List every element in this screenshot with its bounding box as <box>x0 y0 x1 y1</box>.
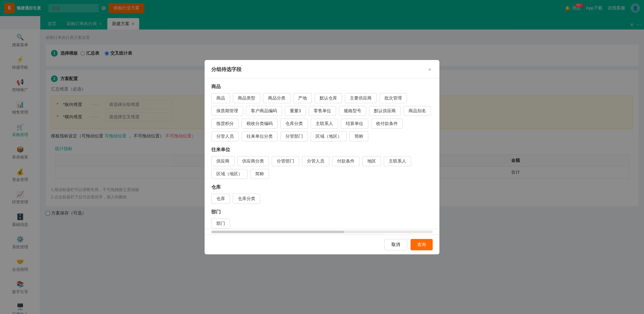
field-chip-goods-18[interactable]: 结算单位 <box>341 119 368 129</box>
field-chip-goods-17[interactable]: 主联系人 <box>311 119 338 129</box>
field-chips-counterpart: 供应商供应商分类分管部门分管人员付款条件地区主联系人区域（地区）简称 <box>211 156 433 179</box>
field-chips-warehouse: 仓库仓库分类 <box>211 194 433 204</box>
modal-overlay: 分组待选字段 × 商品商品商品类型商品分类产地默认仓库主要供应商批次管理保质期管… <box>0 0 644 314</box>
field-chip-goods-4[interactable]: 默认仓库 <box>315 93 342 103</box>
field-chip-counterpart-5[interactable]: 地区 <box>362 156 381 166</box>
field-chip-goods-23[interactable]: 区域（地区） <box>311 131 347 141</box>
modal-title: 分组待选字段 <box>211 66 241 73</box>
cancel-button[interactable]: 取消 <box>384 239 407 250</box>
field-selector-modal: 分组待选字段 × 商品商品商品类型商品分类产地默认仓库主要供应商批次管理保质期管… <box>205 60 439 254</box>
field-chip-goods-6[interactable]: 批次管理 <box>379 93 407 103</box>
modal-footer: 取消 查询 <box>205 235 439 254</box>
field-chips-goods: 商品商品类型商品分类产地默认仓库主要供应商批次管理保质期管理客户商品编码重量3零… <box>211 93 433 141</box>
field-chip-counterpart-8[interactable]: 简称 <box>250 169 269 179</box>
field-chip-goods-11[interactable]: 规格型号 <box>339 106 366 116</box>
field-chip-counterpart-7[interactable]: 区域（地区） <box>211 169 248 179</box>
field-chip-goods-24[interactable]: 简称 <box>350 131 368 141</box>
field-chip-goods-13[interactable]: 商品别名 <box>404 106 431 116</box>
modal-body[interactable]: 商品商品商品类型商品分类产地默认仓库主要供应商批次管理保质期管理客户商品编码重量… <box>205 78 439 229</box>
field-group-title-warehouse: 仓库 <box>211 184 433 190</box>
field-chip-warehouse-0[interactable]: 仓库 <box>211 194 230 204</box>
field-chips-department: 部门 <box>211 218 433 229</box>
field-chip-goods-14[interactable]: 拣货积分 <box>211 119 239 129</box>
field-chip-goods-20[interactable]: 分管人员 <box>211 131 239 141</box>
field-chip-goods-19[interactable]: 收付款条件 <box>371 119 403 129</box>
field-group-title-department: 部门 <box>211 209 433 215</box>
field-chip-counterpart-3[interactable]: 分管人员 <box>302 156 329 166</box>
field-chip-goods-9[interactable]: 重量3 <box>285 106 306 116</box>
field-group-department: 部门部门 <box>211 209 433 229</box>
field-chip-goods-2[interactable]: 商品分类 <box>263 93 290 103</box>
field-chip-goods-8[interactable]: 客户商品编码 <box>246 106 282 116</box>
modal-header: 分组待选字段 × <box>205 60 439 78</box>
field-group-warehouse: 仓库仓库仓库分类 <box>211 184 433 204</box>
field-chip-goods-21[interactable]: 往来单位分类 <box>241 131 278 141</box>
field-chip-counterpart-4[interactable]: 付款条件 <box>332 156 360 166</box>
field-chip-goods-0[interactable]: 商品 <box>211 93 230 103</box>
field-chip-goods-22[interactable]: 分管部门 <box>280 131 308 141</box>
hscroll-bar <box>211 231 433 233</box>
field-chip-counterpart-6[interactable]: 主联系人 <box>384 156 411 166</box>
field-chip-goods-7[interactable]: 保质期管理 <box>211 106 243 116</box>
field-groups-container: 商品商品商品类型商品分类产地默认仓库主要供应商批次管理保质期管理客户商品编码重量… <box>211 84 433 229</box>
modal-hscroll <box>205 229 439 235</box>
field-chip-department-0[interactable]: 部门 <box>211 218 230 229</box>
field-chip-goods-5[interactable]: 主要供应商 <box>345 93 377 103</box>
field-group-title-counterpart: 往来单位 <box>211 147 433 153</box>
field-chip-counterpart-0[interactable]: 供应商 <box>211 156 234 166</box>
hscroll-thumb <box>211 231 344 233</box>
confirm-button[interactable]: 查询 <box>411 239 433 250</box>
field-chip-goods-16[interactable]: 仓库分类 <box>280 119 308 129</box>
field-chip-goods-10[interactable]: 零售单位 <box>309 106 336 116</box>
field-chip-goods-1[interactable]: 商品类型 <box>233 93 260 103</box>
field-chip-counterpart-2[interactable]: 分管部门 <box>272 156 299 166</box>
field-chip-counterpart-1[interactable]: 供应商分类 <box>237 156 269 166</box>
field-chip-goods-12[interactable]: 默认供应商 <box>369 106 401 116</box>
field-chip-goods-3[interactable]: 产地 <box>293 93 312 103</box>
field-group-counterpart: 往来单位供应商供应商分类分管部门分管人员付款条件地区主联系人区域（地区）简称 <box>211 147 433 179</box>
modal-close-button[interactable]: × <box>427 65 433 74</box>
field-chip-goods-15[interactable]: 税收分类编码 <box>241 119 278 129</box>
field-chip-warehouse-1[interactable]: 仓库分类 <box>233 194 260 204</box>
field-group-goods: 商品商品商品类型商品分类产地默认仓库主要供应商批次管理保质期管理客户商品编码重量… <box>211 84 433 141</box>
field-group-title-goods: 商品 <box>211 84 433 90</box>
